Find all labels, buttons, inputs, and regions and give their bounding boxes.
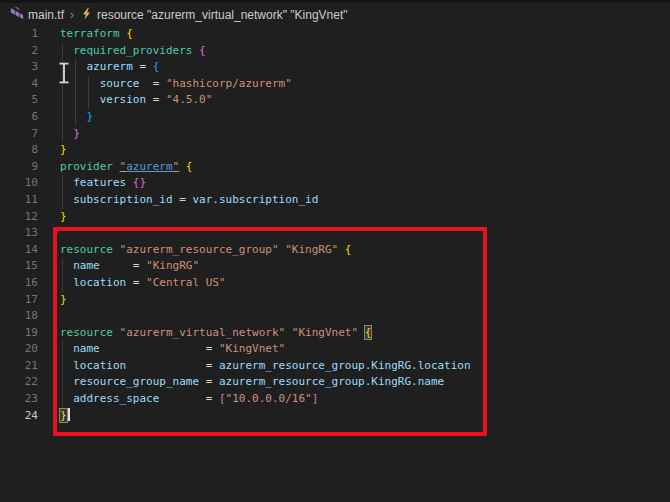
code-token: subscription_id <box>73 193 172 206</box>
code-line[interactable]: terraform { <box>60 26 471 43</box>
line-number[interactable]: 17 <box>0 292 38 309</box>
line-number[interactable]: 4 <box>0 76 38 93</box>
code-line[interactable]: subscription_id = var.subscription_id <box>60 192 471 209</box>
code-token: azurerm <box>87 60 133 73</box>
code-token: source <box>100 77 140 90</box>
code-token: {} <box>133 176 146 189</box>
line-number[interactable]: 16 <box>0 275 38 292</box>
code-token: } <box>73 127 80 140</box>
line-number[interactable]: 8 <box>0 142 38 159</box>
code-token: { <box>153 60 160 73</box>
breadcrumb-file[interactable]: main.tf <box>10 6 64 23</box>
line-number[interactable]: 20 <box>0 341 38 358</box>
code-line[interactable]: } <box>60 209 471 226</box>
line-number[interactable]: 24 <box>0 408 38 425</box>
line-number[interactable]: 14 <box>0 242 38 259</box>
line-number[interactable]: 13 <box>0 225 38 242</box>
code-token: azurerm <box>126 160 172 173</box>
breadcrumb-symbol[interactable]: resource "azurerm_virtual_network" "King… <box>80 7 347 23</box>
code-token: { <box>126 27 133 40</box>
line-number[interactable]: 5 <box>0 92 38 109</box>
code-token: } <box>87 110 94 123</box>
line-number[interactable]: 1 <box>0 26 38 43</box>
code-line[interactable]: } <box>60 142 471 159</box>
indent-guide <box>62 175 63 208</box>
code-line[interactable]: required_providers { <box>60 43 471 60</box>
code-token: "hashicorp/azurerm" <box>166 77 292 90</box>
indent-guide <box>75 59 76 125</box>
code-token: = <box>173 193 193 206</box>
code-token <box>126 176 133 189</box>
line-number[interactable]: 15 <box>0 258 38 275</box>
code-line[interactable]: source = "hashicorp/azurerm" <box>60 76 471 93</box>
code-line[interactable]: } <box>60 126 471 143</box>
code-token: version <box>100 93 146 106</box>
code-token: { <box>186 160 193 173</box>
terraform-file-icon <box>10 6 24 23</box>
code-line[interactable]: provider "azurerm" { <box>60 159 471 176</box>
line-number[interactable]: 12 <box>0 209 38 226</box>
code-token: "4.5.0" <box>166 93 212 106</box>
line-number[interactable]: 7 <box>0 126 38 143</box>
line-number[interactable]: 10 <box>0 175 38 192</box>
breadcrumb-file-label: main.tf <box>28 8 64 22</box>
code-token: } <box>60 143 67 156</box>
code-token <box>113 160 120 173</box>
vscode-editor-window: main.tf › resource "azurerm_virtual_netw… <box>0 0 670 502</box>
indent-guide <box>88 76 89 109</box>
code-token: } <box>60 210 67 223</box>
breadcrumb-symbol-label: resource "azurerm_virtual_network" "King… <box>97 8 347 22</box>
gutter[interactable]: 123456789101112131415161718192021222324 <box>0 26 38 424</box>
line-number[interactable]: 22 <box>0 374 38 391</box>
code-token: = <box>140 77 167 90</box>
line-number[interactable]: 18 <box>0 308 38 325</box>
code-token: required_providers <box>73 44 192 57</box>
code-token: = <box>133 60 153 73</box>
code-token: var.subscription_id <box>192 193 318 206</box>
code-token <box>179 160 186 173</box>
chevron-right-icon: › <box>69 8 75 22</box>
breadcrumb: main.tf › resource "azurerm_virtual_netw… <box>0 3 670 26</box>
code-line[interactable]: features {} <box>60 175 471 192</box>
code-token: { <box>199 44 206 57</box>
code-token <box>60 110 87 123</box>
line-number[interactable]: 2 <box>0 43 38 60</box>
code-token: provider <box>60 160 113 173</box>
line-number[interactable]: 23 <box>0 391 38 408</box>
line-number[interactable]: 19 <box>0 325 38 342</box>
line-number[interactable]: 3 <box>0 59 38 76</box>
code-line[interactable]: azurerm = { <box>60 59 471 76</box>
mouse-ibeam-cursor <box>57 61 71 89</box>
symbol-event-icon <box>80 7 93 23</box>
code-line[interactable]: version = "4.5.0" <box>60 92 471 109</box>
line-number[interactable]: 21 <box>0 358 38 375</box>
code-token: features <box>73 176 126 189</box>
line-number[interactable]: 9 <box>0 159 38 176</box>
code-token: terraform <box>60 27 120 40</box>
line-number[interactable]: 11 <box>0 192 38 209</box>
code-token: = <box>146 93 166 106</box>
code-line[interactable]: } <box>60 109 471 126</box>
indent-guide <box>62 43 63 143</box>
code-token <box>60 93 100 106</box>
annotation-rectangle <box>53 227 487 436</box>
line-number[interactable]: 6 <box>0 109 38 126</box>
